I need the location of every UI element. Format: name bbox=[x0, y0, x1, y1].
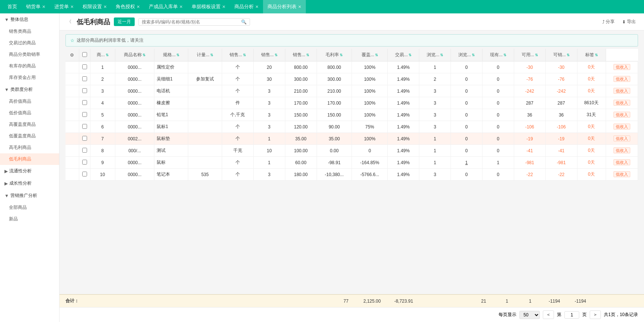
row-checkbox[interactable] bbox=[82, 160, 87, 165]
th-coverage[interactable]: 覆盖...⇅ bbox=[352, 49, 388, 61]
td-checkbox[interactable] bbox=[79, 145, 90, 157]
th-unit[interactable]: 计量...⇅ bbox=[188, 49, 222, 61]
sidebar-group-marketing[interactable]: ▼ 营销推广分析 bbox=[0, 189, 59, 202]
export-button[interactable]: ⬇ 导出 bbox=[620, 17, 638, 26]
prev-page-button[interactable]: ＜ bbox=[543, 310, 554, 319]
nav-permission-setting[interactable]: 权限设置 ✕ bbox=[78, 0, 111, 13]
sidebar-item-sales-goods[interactable]: 销售类商品 bbox=[0, 26, 59, 37]
th-checkbox[interactable] bbox=[79, 49, 90, 61]
nav-finished-goods[interactable]: 产成品入库单 ✕ bbox=[144, 0, 187, 13]
nav-goods-analysis[interactable]: 商品分析 ✕ bbox=[230, 0, 263, 13]
sidebar-item-high-margin[interactable]: 高毛利商品 bbox=[0, 142, 59, 153]
sidebar-group-growth[interactable]: ▶ 成长性分析 bbox=[0, 177, 59, 189]
nav-sales-order[interactable]: 销货单 ✕ bbox=[22, 0, 50, 13]
th-margin-rate[interactable]: 毛利率⇅ bbox=[317, 49, 352, 61]
nav-purchase-order[interactable]: 进货单 ✕ bbox=[50, 0, 78, 13]
close-nav-goods-analysis[interactable]: ✕ bbox=[255, 4, 259, 9]
table-row: 1 0000... 属性定价 个 20 800.00 800.00 100% 1… bbox=[65, 61, 638, 73]
th-tag[interactable]: 标签⇅ bbox=[577, 49, 606, 61]
table-header-row: ⚙ 商...⇅ 商品名称⇅ 规格...⇅ 计量...⇅ 销售...⇅ 销售...… bbox=[65, 49, 638, 61]
sidebar-item-traded-goods[interactable]: 交易过的商品 bbox=[0, 37, 59, 49]
table-row: 7 0002... 鼠标垫 个 1 35.00 35.00 100% 1.49%… bbox=[65, 133, 638, 145]
th-name[interactable]: 商品名称⇅ bbox=[115, 49, 154, 61]
sidebar-group-cluster[interactable]: ▼ 类群度分析 bbox=[0, 83, 59, 96]
td-margin-rate: -5766.6... bbox=[352, 169, 388, 181]
tag-badge: 低收入 bbox=[613, 88, 630, 94]
th-deal-count[interactable]: 交易...⇅ bbox=[388, 49, 419, 61]
td-checkbox[interactable] bbox=[79, 121, 90, 133]
row-checkbox[interactable] bbox=[82, 76, 87, 81]
sidebar-group-overview[interactable]: ▼ 整体信息 bbox=[0, 13, 59, 26]
td-checkbox[interactable] bbox=[79, 61, 90, 73]
td-checkbox[interactable] bbox=[79, 73, 90, 85]
close-nav-template-settings[interactable]: ✕ bbox=[222, 4, 225, 9]
sidebar-item-all-goods[interactable]: 全部商品 bbox=[0, 202, 59, 213]
select-all-checkbox[interactable] bbox=[82, 52, 87, 57]
nav-role-auth[interactable]: 角色授权 ✕ bbox=[111, 0, 144, 13]
sidebar-group-liquidity[interactable]: ▶ 流通性分析 bbox=[0, 165, 59, 177]
row-checkbox[interactable] bbox=[82, 100, 87, 105]
td-checkbox[interactable] bbox=[79, 169, 90, 181]
td-code: 000/... bbox=[115, 145, 154, 157]
sidebar-item-high-value[interactable]: 高价值商品 bbox=[0, 96, 59, 107]
th-sellable[interactable]: 可销...⇅ bbox=[545, 49, 577, 61]
total-view2: 1 bbox=[519, 299, 541, 304]
close-nav-role-auth[interactable]: ✕ bbox=[137, 4, 140, 9]
th-sales-profit[interactable]: 销售...⇅ bbox=[285, 49, 317, 61]
view1-link[interactable]: 1 bbox=[465, 160, 468, 165]
th-code[interactable]: 商...⇅ bbox=[90, 49, 115, 61]
td-checkbox[interactable] bbox=[79, 85, 90, 97]
sidebar-item-new-goods[interactable]: 新品 bbox=[0, 213, 59, 225]
td-tag: 低收入 bbox=[606, 133, 638, 145]
share-button[interactable]: ⤴ 分享 bbox=[600, 17, 617, 26]
td-margin-rate: 100% bbox=[352, 133, 388, 145]
td-checkbox[interactable] bbox=[79, 157, 90, 169]
th-view2[interactable]: 浏览...⇅ bbox=[451, 49, 482, 61]
sidebar-item-low-margin[interactable]: 低毛利商品 bbox=[0, 153, 59, 165]
search-icon[interactable]: 🔍 bbox=[241, 19, 247, 25]
sidebar-item-category-assist[interactable]: 商品分类助销率 bbox=[0, 49, 59, 60]
td-unit: 个 bbox=[222, 73, 253, 85]
th-settings[interactable]: ⚙ bbox=[65, 49, 79, 61]
close-nav-purchase-order[interactable]: ✕ bbox=[70, 4, 74, 9]
td-no: 6 bbox=[90, 121, 115, 133]
td-checkbox[interactable] bbox=[79, 109, 90, 121]
th-available[interactable]: 可用...⇅ bbox=[514, 49, 545, 61]
row-checkbox[interactable] bbox=[82, 64, 87, 69]
sidebar-collapse-button[interactable]: 《 bbox=[65, 17, 73, 26]
close-nav-finished-goods[interactable]: ✕ bbox=[179, 4, 183, 9]
th-sales-amount[interactable]: 销售...⇅ bbox=[253, 49, 285, 61]
th-view1[interactable]: 浏览...⇅ bbox=[419, 49, 451, 61]
row-checkbox[interactable] bbox=[82, 148, 87, 153]
close-nav-goods-analysis-list[interactable]: ✕ bbox=[298, 4, 301, 9]
td-checkbox[interactable] bbox=[79, 133, 90, 145]
sidebar-item-stock-goods[interactable]: 有库存的商品 bbox=[0, 60, 59, 72]
row-checkbox[interactable] bbox=[82, 124, 87, 129]
total-sales-qty: 77 bbox=[335, 299, 357, 304]
td-sales-profit: 90.00 bbox=[317, 121, 352, 133]
th-current-stock[interactable]: 现有...⇅ bbox=[482, 49, 514, 61]
close-nav-sales-order[interactable]: ✕ bbox=[42, 4, 45, 9]
td-available: -41 bbox=[545, 145, 577, 157]
sidebar-item-high-coverage[interactable]: 高覆盖度商品 bbox=[0, 119, 59, 130]
sidebar-item-low-value[interactable]: 低价值商品 bbox=[0, 107, 59, 119]
search-input[interactable] bbox=[142, 19, 241, 25]
th-sales-qty[interactable]: 销售...⇅ bbox=[222, 49, 253, 61]
next-page-button[interactable]: ＞ bbox=[590, 310, 601, 319]
header-actions: ⤴ 分享 ⬇ 导出 bbox=[600, 17, 638, 26]
sidebar-item-low-coverage[interactable]: 低覆盖度商品 bbox=[0, 130, 59, 142]
row-checkbox[interactable] bbox=[82, 88, 87, 93]
nav-home[interactable]: 首页 bbox=[3, 0, 22, 13]
nav-goods-analysis-list[interactable]: 商品分析列表 ✕ bbox=[263, 0, 306, 13]
close-nav-permission-setting[interactable]: ✕ bbox=[103, 4, 107, 9]
sidebar-item-inventory-capital[interactable]: 库存资金占用 bbox=[0, 72, 59, 83]
page-size-select[interactable]: 50 100 200 bbox=[519, 311, 540, 319]
page-number-input[interactable] bbox=[564, 311, 579, 319]
date-filter-button[interactable]: 近一月 bbox=[114, 17, 135, 26]
row-checkbox[interactable] bbox=[82, 172, 87, 176]
row-checkbox[interactable] bbox=[82, 136, 87, 141]
th-spec[interactable]: 规格...⇅ bbox=[154, 49, 188, 61]
row-checkbox[interactable] bbox=[82, 112, 87, 117]
nav-template-settings[interactable]: 单据模板设置 ✕ bbox=[187, 0, 230, 13]
td-checkbox[interactable] bbox=[79, 97, 90, 109]
